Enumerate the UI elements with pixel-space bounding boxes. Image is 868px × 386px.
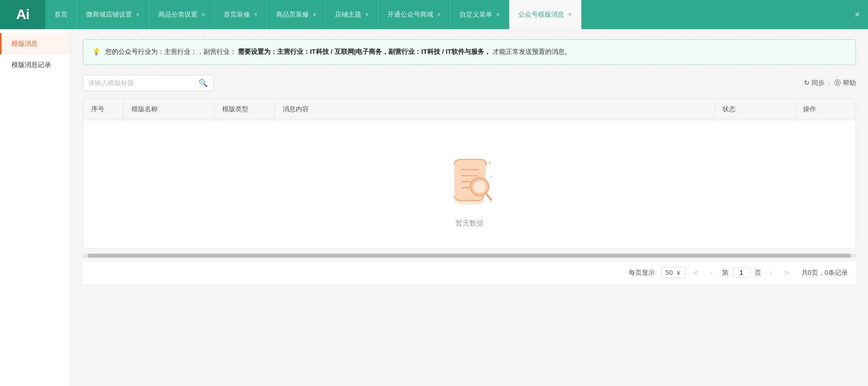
scrollbar-thumb[interactable] bbox=[88, 254, 851, 258]
svg-text:✦: ✦ bbox=[490, 175, 493, 179]
sidebar-item-template-msg[interactable]: 模版消息 bbox=[0, 33, 70, 54]
tab-home[interactable]: 首页 bbox=[45, 0, 77, 29]
close-all-tabs-button[interactable]: × bbox=[854, 10, 860, 20]
tab-product-cat[interactable]: 商品分类设置 × bbox=[149, 0, 215, 29]
sidebar: 模版消息 模版消息记录 bbox=[0, 29, 71, 386]
search-input-wrap[interactable]: 🔍 bbox=[83, 75, 214, 91]
last-page-button[interactable]: ⊳ bbox=[781, 267, 793, 279]
page-prefix: 第 bbox=[722, 268, 728, 277]
tab-bar: Ai 首页 微商城店铺设置 × 商品分类设置 × 首页装修 × 商品页装修 × … bbox=[0, 0, 868, 29]
main-content: 💡 您的公众号行业为：主营行业：，副营行业： 需要设置为：主营行业：IT科技 /… bbox=[71, 29, 868, 386]
page-label: 页 bbox=[755, 268, 761, 277]
help-icon: ⓪ bbox=[834, 79, 841, 88]
empty-text: 暂无数据 bbox=[455, 219, 484, 228]
sidebar-item-template-msg-log-label: 模版消息记录 bbox=[12, 61, 51, 68]
per-page-chevron-icon: ∨ bbox=[676, 269, 681, 276]
notice-icon: 💡 bbox=[92, 48, 100, 55]
svg-point-6 bbox=[474, 181, 486, 193]
col-content: 消息内容 bbox=[275, 99, 714, 120]
pagination: 每页显示 50 ∨ ⊲ ‹ 第 页 › ⊳ 共0页，0条记录 bbox=[83, 262, 856, 284]
search-icon[interactable]: 🔍 bbox=[198, 79, 208, 88]
next-page-button[interactable]: › bbox=[765, 267, 777, 279]
sidebar-item-template-msg-label: 模版消息 bbox=[12, 40, 38, 47]
toolbar-divider: | bbox=[829, 79, 830, 87]
tab-micro-shop-close[interactable]: × bbox=[136, 12, 140, 18]
tab-open-mall-label: 开通公众号商城 bbox=[387, 10, 433, 19]
tab-custom-menu-label: 自定义菜单 bbox=[459, 10, 492, 19]
sync-button[interactable]: ↻ 同步 bbox=[804, 79, 825, 88]
tab-product-cat-label: 商品分类设置 bbox=[158, 10, 197, 19]
prev-page-button[interactable]: ‹ bbox=[706, 267, 718, 279]
tab-template-msg[interactable]: 公众号模版消息 × bbox=[509, 0, 581, 29]
col-seq: 序号 bbox=[83, 99, 123, 120]
col-action: 操作 bbox=[795, 99, 855, 120]
table-container: 序号 模版名称 模版类型 消息内容 状态 操作 bbox=[83, 98, 856, 249]
page-total: 共0页，0条记录 bbox=[802, 268, 848, 277]
sync-label: 同步 bbox=[812, 79, 825, 88]
col-type: 模版类型 bbox=[214, 99, 275, 120]
help-button[interactable]: ⓪ 帮助 bbox=[834, 79, 856, 88]
notice-text-before: 您的公众号行业为：主营行业：，副营行业： bbox=[105, 48, 236, 55]
tab-open-mall[interactable]: 开通公众号商城 × bbox=[378, 0, 450, 29]
tab-custom-menu-close[interactable]: × bbox=[496, 12, 500, 18]
tab-home-label: 首页 bbox=[54, 10, 68, 19]
col-name: 模版名称 bbox=[123, 99, 214, 120]
table-header: 序号 模版名称 模版类型 消息内容 状态 操作 bbox=[83, 99, 855, 120]
first-page-button[interactable]: ⊲ bbox=[690, 267, 702, 279]
tab-home-decor-label: 首页装修 bbox=[224, 10, 250, 19]
tab-product-decor-close[interactable]: × bbox=[313, 12, 316, 18]
toolbar-right: ↻ 同步 | ⓪ 帮助 bbox=[804, 79, 856, 88]
tab-product-cat-close[interactable]: × bbox=[202, 12, 205, 18]
app-logo: Ai bbox=[0, 0, 45, 29]
tab-template-msg-label: 公众号模版消息 bbox=[518, 10, 564, 19]
tab-template-msg-close[interactable]: × bbox=[568, 12, 572, 18]
scrollbar-area[interactable] bbox=[83, 254, 856, 258]
empty-state-icon: ✦ ✦ bbox=[439, 150, 500, 211]
notice-highlight: 需要设置为：主营行业：IT科技 / 互联网|电子商务，副营行业：IT科技 / I… bbox=[238, 48, 491, 55]
tab-shop-theme[interactable]: 店铺主题 × bbox=[326, 0, 378, 29]
tab-custom-menu[interactable]: 自定义菜单 × bbox=[450, 0, 509, 29]
page-input[interactable] bbox=[732, 267, 751, 278]
col-status: 状态 bbox=[714, 99, 795, 120]
tab-shop-theme-label: 店铺主题 bbox=[335, 10, 361, 19]
tab-open-mall-close[interactable]: × bbox=[437, 12, 441, 18]
notice-text-after: 才能正常发送预置的消息。 bbox=[493, 48, 571, 55]
empty-state: ✦ ✦ 暂无数据 bbox=[83, 120, 855, 248]
page-layout: 模版消息 模版消息记录 💡 您的公众号行业为：主营行业：，副营行业： 需要设置为… bbox=[0, 29, 868, 386]
svg-text:✦: ✦ bbox=[487, 160, 492, 167]
search-input[interactable] bbox=[88, 79, 195, 87]
help-label: 帮助 bbox=[843, 79, 856, 88]
per-page-value: 50 bbox=[665, 269, 673, 276]
sidebar-item-template-msg-log[interactable]: 模版消息记录 bbox=[0, 54, 70, 75]
per-page-select[interactable]: 50 ∨ bbox=[661, 267, 685, 278]
tab-home-decor-close[interactable]: × bbox=[254, 12, 257, 18]
tab-product-decor[interactable]: 商品页装修 × bbox=[267, 0, 326, 29]
sync-icon: ↻ bbox=[804, 79, 810, 87]
tab-home-decor[interactable]: 首页装修 × bbox=[215, 0, 267, 29]
search-bar: 🔍 ↻ 同步 | ⓪ 帮助 bbox=[83, 75, 856, 91]
per-page-label: 每页显示 bbox=[629, 268, 655, 277]
tab-shop-theme-close[interactable]: × bbox=[365, 12, 369, 18]
svg-line-7 bbox=[486, 193, 491, 200]
notice-box: 💡 您的公众号行业为：主营行业：，副营行业： 需要设置为：主营行业：IT科技 /… bbox=[83, 39, 856, 65]
tab-product-decor-label: 商品页装修 bbox=[276, 10, 309, 19]
tab-micro-shop-label: 微商城店铺设置 bbox=[86, 10, 132, 19]
tab-micro-shop[interactable]: 微商城店铺设置 × bbox=[77, 0, 149, 29]
